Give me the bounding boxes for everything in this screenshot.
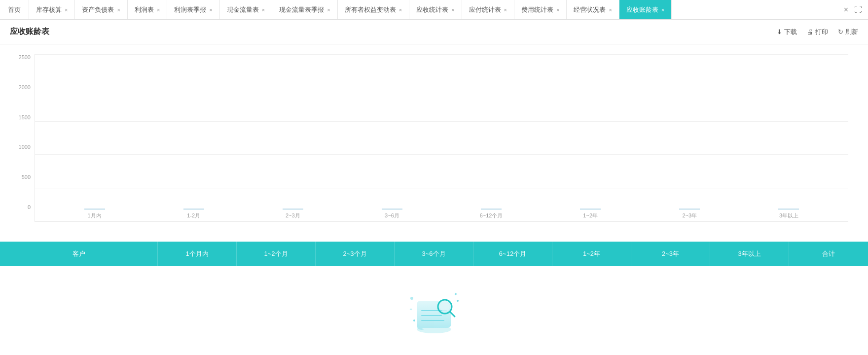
- tab-ar-aging[interactable]: 应收账龄表 ×: [619, 0, 672, 20]
- tab-equity[interactable]: 所有者权益变动表 ×: [338, 0, 409, 20]
- print-icon: 🖨: [807, 28, 813, 36]
- y-label-1500: 1500: [19, 114, 31, 120]
- refresh-button[interactable]: ↻ 刷新: [838, 28, 858, 36]
- tab-expense-stats-close[interactable]: ×: [556, 7, 559, 13]
- bar-7: [679, 209, 700, 210]
- tab-income-quarterly[interactable]: 利润表季报 ×: [167, 0, 219, 20]
- tab-balance-close[interactable]: ×: [117, 7, 120, 13]
- tab-operation-label: 经营状况表: [574, 5, 606, 14]
- download-icon: ⬇: [777, 28, 782, 36]
- tab-cashflow-quarterly-label: 现金流量表季报: [279, 5, 324, 14]
- tab-inventory[interactable]: 库存核算 ×: [29, 0, 75, 20]
- svg-point-11: [413, 320, 415, 321]
- print-label: 打印: [815, 28, 828, 36]
- tab-income-quarterly-label: 利润表季报: [174, 5, 206, 14]
- print-button[interactable]: 🖨 打印: [807, 28, 828, 36]
- tab-operation[interactable]: 经营状况表 ×: [567, 0, 619, 20]
- th-customer: 客户: [0, 242, 158, 266]
- tab-cashflow-quarterly-close[interactable]: ×: [327, 7, 330, 13]
- tab-equity-label: 所有者权益变动表: [345, 5, 396, 14]
- y-label-1000: 1000: [19, 144, 31, 150]
- bars-wrapper: [35, 54, 848, 210]
- bar-group-1: [45, 209, 144, 210]
- tab-ar-stats[interactable]: 应收统计表 ×: [409, 0, 462, 20]
- y-label-2500top: 2500: [19, 54, 31, 60]
- empty-illustration: ✦ ✦: [404, 286, 464, 335]
- page-title: 应收账龄表: [10, 27, 49, 37]
- close-button[interactable]: ×: [844, 5, 848, 14]
- empty-state: ✦ ✦: [0, 266, 868, 355]
- tab-balance-sheet[interactable]: 资产负债表 ×: [75, 0, 127, 20]
- bar-chart: 2500 2000 1500 1000 500 0: [10, 54, 848, 222]
- tab-balance-label: 资产负债表: [82, 5, 114, 14]
- tab-bar: 首页 库存核算 × 资产负债表 × 利润表 × 利润表季报 × 现金流量表 × …: [0, 0, 868, 20]
- maximize-button[interactable]: ⛶: [854, 5, 862, 14]
- bar-3: [283, 209, 303, 210]
- bar-2: [183, 209, 204, 210]
- x-label-7: 2~3年: [640, 212, 739, 219]
- page-header: 应收账龄表 ⬇ 下载 🖨 打印 ↻ 刷新: [0, 20, 868, 44]
- svg-text:✦: ✦: [409, 307, 413, 312]
- x-label-2: 1-2月: [144, 212, 243, 219]
- bar-4: [382, 209, 402, 210]
- th-2-3years: 2~3年: [631, 242, 710, 266]
- chart-plot: 1月内 1-2月 2~3月 3~6月 6~12个月 1~2年 2~3年 3年以上: [35, 54, 848, 222]
- bar-6: [580, 209, 601, 210]
- bar-group-2: [144, 209, 243, 210]
- tab-cashflow[interactable]: 现金流量表 ×: [220, 0, 272, 20]
- y-label-2000: 2000: [19, 84, 31, 90]
- svg-text:✦: ✦: [454, 291, 458, 297]
- th-total: 合计: [789, 242, 868, 266]
- bar-8: [778, 209, 799, 210]
- table-header: 客户 1个月内 1~2个月 2~3个月 3~6个月 6~12个月 1~2年 2~…: [0, 242, 868, 266]
- svg-point-9: [410, 297, 413, 300]
- tab-expense-stats[interactable]: 费用统计表 ×: [514, 0, 567, 20]
- tab-ar-aging-close[interactable]: ×: [661, 7, 664, 13]
- tab-ap-stats[interactable]: 应付统计表 ×: [462, 0, 514, 20]
- bar-group-7: [640, 209, 739, 210]
- bar-group-5: [442, 209, 541, 210]
- x-label-6: 1~2年: [541, 212, 640, 219]
- bar-group-4: [342, 209, 441, 210]
- tab-operation-close[interactable]: ×: [609, 7, 612, 13]
- bar-group-8: [739, 209, 838, 210]
- tab-ap-stats-label: 应付统计表: [469, 5, 501, 14]
- th-2-3months: 2~3个月: [316, 242, 395, 266]
- refresh-label: 刷新: [845, 28, 858, 36]
- download-button[interactable]: ⬇ 下载: [777, 28, 797, 36]
- chart-inner: 2500 2000 1500 1000 500 0: [10, 54, 848, 222]
- th-3plus-years: 3年以上: [710, 242, 789, 266]
- x-label-3: 2~3月: [243, 212, 342, 219]
- tab-ap-stats-close[interactable]: ×: [504, 7, 507, 13]
- y-axis: 2500 2000 1500 1000 500 0: [10, 54, 35, 222]
- tab-cashflow-close[interactable]: ×: [262, 7, 265, 13]
- svg-point-10: [457, 300, 459, 302]
- header-actions: ⬇ 下载 🖨 打印 ↻ 刷新: [777, 28, 858, 36]
- bar-1: [84, 209, 105, 210]
- tab-income-quarterly-close[interactable]: ×: [209, 7, 212, 13]
- x-axis-labels: 1月内 1-2月 2~3月 3~6月 6~12个月 1~2年 2~3年 3年以上: [35, 212, 848, 219]
- x-label-8: 3年以上: [739, 212, 838, 219]
- tab-equity-close[interactable]: ×: [399, 7, 402, 13]
- tab-income[interactable]: 利润表 ×: [128, 0, 167, 20]
- tab-ar-stats-close[interactable]: ×: [451, 7, 454, 13]
- bar-group-6: [541, 209, 640, 210]
- th-1-2months: 1~2个月: [237, 242, 316, 266]
- tab-cashflow-quarterly[interactable]: 现金流量表季报 ×: [272, 0, 337, 20]
- th-1month: 1个月内: [158, 242, 237, 266]
- th-6-12months: 6~12个月: [473, 242, 552, 266]
- chart-area: 2500 2000 1500 1000 500 0: [0, 44, 868, 242]
- main-content: 2500 2000 1500 1000 500 0: [0, 44, 868, 355]
- tab-income-label: 利润表: [135, 5, 154, 14]
- empty-icon: ✦ ✦: [404, 286, 464, 335]
- bar-5: [481, 209, 502, 210]
- tab-inventory-close[interactable]: ×: [65, 7, 68, 13]
- y-label-0: 0: [28, 204, 31, 210]
- tab-income-close[interactable]: ×: [157, 7, 160, 13]
- tab-cashflow-label: 现金流量表: [227, 5, 259, 14]
- th-1-2years: 1~2年: [552, 242, 631, 266]
- tab-home[interactable]: 首页: [0, 0, 29, 20]
- svg-point-7: [440, 302, 450, 312]
- tab-ar-stats-label: 应收统计表: [416, 5, 448, 14]
- window-controls: × ⛶: [844, 5, 868, 14]
